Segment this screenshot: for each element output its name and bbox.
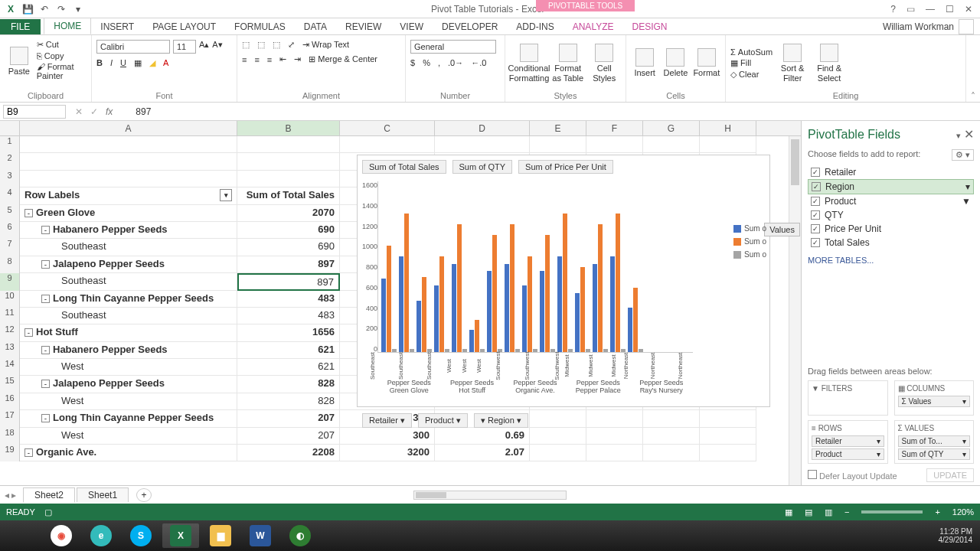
sheet-tab-sheet2[interactable]: Sheet2 xyxy=(23,487,75,503)
collapse-icon[interactable]: - xyxy=(41,260,50,269)
border-button[interactable]: ▦ xyxy=(134,58,142,68)
cell[interactable]: 0.69 xyxy=(435,428,530,445)
field-checkbox[interactable]: ✓ xyxy=(811,197,820,206)
field-region[interactable]: ✓Region▾ xyxy=(808,179,974,194)
tab-formulas[interactable]: FORMULAS xyxy=(225,19,295,34)
cell[interactable]: 2208 xyxy=(237,445,340,461)
merge-center-button[interactable]: ⊞ Merge & Center xyxy=(309,54,377,64)
new-sheet-button[interactable]: + xyxy=(136,488,152,502)
tab-addins[interactable]: ADD-INS xyxy=(507,19,563,34)
cell[interactable]: Southeast xyxy=(20,308,237,324)
tab-file[interactable]: FILE xyxy=(0,19,41,34)
qat-more-icon[interactable]: ▾ xyxy=(72,3,84,15)
cell[interactable]: 828 xyxy=(237,376,340,393)
cell[interactable]: -Jalapeno Pepper Seeds xyxy=(20,376,237,393)
cell[interactable]: Southeast xyxy=(20,239,237,256)
decrease-indent-icon[interactable]: ⇤ xyxy=(279,54,286,64)
cell[interactable]: 3200 xyxy=(340,445,435,461)
area-filters[interactable]: ▼ FILTERS xyxy=(808,380,888,416)
cell[interactable]: 828 xyxy=(237,393,340,410)
col-header-e[interactable]: E xyxy=(530,121,586,135)
chart-button-sumqty[interactable]: Sum of QTY xyxy=(452,160,513,174)
row-header[interactable]: 15 xyxy=(0,376,20,393)
cell[interactable]: West xyxy=(20,393,237,410)
row-header[interactable]: 6 xyxy=(0,222,20,239)
cell[interactable]: West xyxy=(20,428,237,445)
collapse-ribbon-icon[interactable]: ˄ xyxy=(966,35,980,102)
area-values[interactable]: Σ VALUES Sum of To...▾ Sum of QTY▾ xyxy=(894,420,975,464)
tab-design[interactable]: DESIGN xyxy=(623,19,677,34)
align-middle-icon[interactable]: ⬚ xyxy=(257,40,265,50)
col-header-c[interactable]: C xyxy=(340,121,435,135)
align-top-icon[interactable]: ⬚ xyxy=(242,40,250,50)
worksheet-grid[interactable]: A B C D E F G H 1234Row Labels▾Sum of To… xyxy=(0,121,801,485)
zoom-level[interactable]: 120% xyxy=(952,507,974,517)
cell[interactable]: 207 xyxy=(237,410,340,427)
tab-insert[interactable]: INSERT xyxy=(91,19,143,34)
tab-analyze[interactable]: ANALYZE xyxy=(564,19,623,34)
cell[interactable] xyxy=(530,445,586,461)
zoom-out-icon[interactable]: − xyxy=(844,507,849,517)
format-cells-button[interactable]: Format xyxy=(693,39,720,88)
font-color-button[interactable]: A xyxy=(163,58,168,68)
row-header[interactable]: 4 xyxy=(0,187,20,204)
delete-cells-button[interactable]: Delete xyxy=(662,39,689,88)
taskbar-explorer[interactable]: ▆ xyxy=(202,523,239,548)
cell[interactable]: 621 xyxy=(237,342,340,359)
cell[interactable] xyxy=(586,428,643,445)
decrease-decimal-icon[interactable]: ←.0 xyxy=(471,58,486,67)
chart-filter-region[interactable]: ▾ Region ▾ xyxy=(474,413,528,428)
defer-checkbox[interactable] xyxy=(808,470,817,479)
row-header[interactable]: 14 xyxy=(0,359,20,376)
field-price-per-unit[interactable]: ✓Price Per Unit xyxy=(808,222,974,236)
format-as-table-button[interactable]: Format as Table xyxy=(551,39,585,88)
area-item[interactable]: Retailer▾ xyxy=(812,435,884,447)
font-name-combo[interactable]: Calibri xyxy=(96,40,170,54)
cell[interactable] xyxy=(643,136,700,153)
cell[interactable] xyxy=(237,171,340,187)
collapse-icon[interactable]: - xyxy=(41,346,50,354)
cell[interactable] xyxy=(237,153,340,170)
collapse-icon[interactable]: - xyxy=(24,448,33,457)
cell[interactable]: 300 xyxy=(340,428,435,445)
cell[interactable]: 897 xyxy=(237,273,340,290)
cell[interactable]: 2070 xyxy=(237,205,340,222)
zoom-slider[interactable] xyxy=(861,510,923,514)
row-header[interactable]: 10 xyxy=(0,291,20,308)
field-retailer[interactable]: ✓Retailer xyxy=(808,165,974,179)
cell[interactable]: 2.07 xyxy=(435,445,530,461)
currency-icon[interactable]: $ xyxy=(410,58,415,67)
cell[interactable]: -Organic Ave. xyxy=(20,445,237,461)
cell[interactable] xyxy=(20,136,237,153)
cell[interactable]: -Long Thin Cayanne Pepper Seeds xyxy=(20,291,237,308)
cell[interactable] xyxy=(20,171,237,187)
cell[interactable]: 1656 xyxy=(237,324,340,341)
redo-icon[interactable]: ↷ xyxy=(55,3,67,15)
collapse-icon[interactable]: - xyxy=(24,209,33,217)
underline-button[interactable]: U xyxy=(120,58,126,68)
cell[interactable]: -Habanero Pepper Seeds xyxy=(20,222,237,239)
filter-icon[interactable]: ▾ xyxy=(220,189,232,201)
taskbar-chrome[interactable]: ◉ xyxy=(43,523,80,548)
name-box[interactable] xyxy=(3,105,66,119)
help-icon[interactable]: ? xyxy=(890,4,896,15)
tab-review[interactable]: REVIEW xyxy=(336,19,390,34)
row-header[interactable]: 16 xyxy=(0,393,20,410)
cell[interactable]: West xyxy=(20,359,237,376)
col-header-a[interactable]: A xyxy=(20,121,237,135)
row-header[interactable]: 9 xyxy=(0,273,20,290)
account-name[interactable]: William Workman xyxy=(883,19,980,34)
collapse-icon[interactable]: - xyxy=(41,380,50,388)
field-checkbox[interactable]: ✓ xyxy=(811,210,820,220)
taskbar-quickbooks[interactable]: ◐ xyxy=(282,523,318,548)
more-tables-link[interactable]: MORE TABLES... xyxy=(808,256,974,265)
row-header[interactable]: 2 xyxy=(0,153,20,170)
area-columns[interactable]: ▦ COLUMNS Σ Values▾ xyxy=(894,380,975,416)
col-header-h[interactable]: H xyxy=(700,121,756,135)
system-tray[interactable]: 11:28 PM4/29/2014 xyxy=(939,527,978,544)
update-button[interactable]: UPDATE xyxy=(926,468,974,482)
autosum-button[interactable]: Σ AutoSum xyxy=(730,47,773,57)
sort-filter-button[interactable]: Sort & Filter xyxy=(776,39,809,88)
insert-cells-button[interactable]: Insert xyxy=(631,39,658,88)
grow-font-icon[interactable]: A▴ xyxy=(199,40,209,54)
